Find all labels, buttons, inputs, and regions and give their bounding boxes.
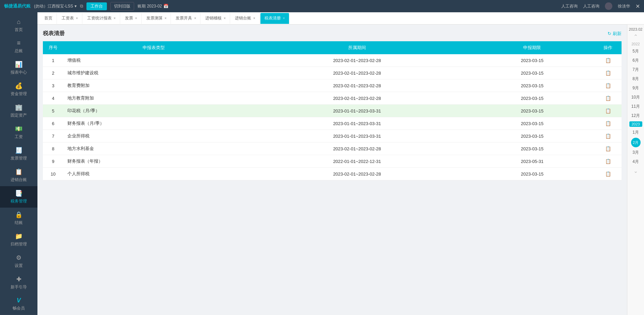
report-icon: 📊 [15,61,22,68]
action-icon[interactable]: 📋 [605,95,611,101]
switch-old-button[interactable]: 切到旧版 [110,2,134,11]
action-icon[interactable]: 📋 [605,146,611,151]
timeline-month-6[interactable]: 6月 [627,56,644,65]
tab-import-ledger[interactable]: 进销台账 × [231,13,260,24]
timeline-month-7[interactable]: 7月 [627,65,644,74]
period-display: 账期 2023-02 📅 [138,3,168,9]
content-area: 首页 工资表 × 工资统计报表 × 发票 × 发票测算 × 发票开具 × [37,12,644,315]
refresh-icon: ↻ [608,31,611,36]
tab-invoice-close[interactable]: × [135,16,137,20]
timeline-month-8[interactable]: 8月 [627,74,644,84]
tab-import-check[interactable]: 进销稽核 × [201,13,230,24]
table-row: 6 财务报表（月/季） 2023-01-01~2023-03-31 2023-0… [43,117,622,130]
sidebar-item-tax[interactable]: 📑 税务管理 [0,186,37,208]
timeline-month-5[interactable]: 5月 [627,47,644,56]
tab-home[interactable]: 首页 [40,13,57,24]
cell-action[interactable]: 📋 [594,105,622,117]
sidebar-item-label: 资金管理 [11,91,27,97]
action-icon[interactable]: 📋 [605,121,611,126]
cell-type: 地方水利基金 [63,142,244,155]
fixed-assets-icon: 🏢 [15,104,22,111]
action-icon[interactable]: 📋 [605,70,611,76]
page-title: 税表清册 [43,30,65,37]
ai-consult-link[interactable]: 人工咨询 [561,3,578,9]
tab-salary-stats[interactable]: 工资统计报表 × [83,13,120,24]
company-selector[interactable]: (勿动）江西报宝-LSS ▾ [34,3,77,9]
sidebar-item-ledger[interactable]: ≡ 总账 [0,36,37,57]
action-icon[interactable]: 📋 [605,83,611,88]
cell-action[interactable]: 📋 [594,92,622,105]
cell-deadline: 2023-03-15 [470,54,594,67]
window-close-button[interactable]: ✕ [635,3,640,10]
tab-salary-stats-close[interactable]: × [114,16,116,20]
company-dropdown-icon[interactable]: ▾ [75,4,77,9]
timeline-down-button[interactable]: ⌄ [632,166,639,176]
tab-invoice-calc-close[interactable]: × [165,16,167,20]
calendar-icon[interactable]: 📅 [163,4,168,9]
sidebar-item-fund[interactable]: 💰 资金管理 [0,79,37,100]
cell-type: 印花税（月/季） [63,105,244,117]
sidebar-item-home[interactable]: ⌂ 首页 [0,15,37,36]
tab-tax-register-close[interactable]: × [283,16,285,20]
timeline-prev-year-label[interactable]: 2022 [631,41,640,47]
ai-consult-label[interactable]: 人工咨询 [583,3,599,9]
tab-import-ledger-close[interactable]: × [253,16,255,20]
cell-action[interactable]: 📋 [594,168,622,180]
tab-invoice-open[interactable]: 发票开具 × [172,13,200,24]
cell-action[interactable]: 📋 [594,79,622,92]
tab-invoice-calc[interactable]: 发票测算 × [142,13,171,24]
timeline-month-mar[interactable]: 3月 [627,148,644,157]
timeline-month-jan[interactable]: 1月 [627,128,644,137]
workbench-button[interactable]: 工作台 [86,2,107,10]
cell-action[interactable]: 📋 [594,117,622,130]
sidebar-item-member[interactable]: V 畅会员 [0,294,37,315]
timeline-month-apr[interactable]: 4月 [627,157,644,166]
home-icon: ⌂ [17,18,21,26]
page-content: 税表清册 ↻ 刷新 序号 申报表类型 所属期间 申报期限 操作 [37,25,627,315]
tab-home-label: 首页 [44,15,52,21]
action-icon[interactable]: 📋 [605,58,611,63]
timeline-month-10[interactable]: 10月 [627,93,644,102]
tab-salary-table-close[interactable]: × [76,16,78,20]
sidebar-item-archive[interactable]: 📁 归档管理 [0,229,37,251]
timeline-month-feb-active[interactable]: 2月 [631,138,641,147]
cell-action[interactable]: 📋 [594,155,622,168]
action-icon[interactable]: 📋 [605,159,611,164]
timeline-month-12[interactable]: 12月 [627,111,644,120]
sidebar-item-fixed-assets[interactable]: 🏢 固定资产 [0,100,37,122]
action-icon[interactable]: 📋 [605,133,611,139]
sidebar-item-report[interactable]: 📊 报表中心 [0,57,37,79]
sidebar-item-label: 首页 [15,27,23,33]
table-row: 1 增值税 2023-02-01~2023-02-28 2023-03-15 📋 [43,54,622,67]
cell-no: 3 [43,79,63,92]
sidebar-item-closing[interactable]: 🔒 结账 [0,208,37,229]
sidebar-item-guide[interactable]: ✚ 新手引导 [0,272,37,294]
sidebar-item-settings[interactable]: ⚙ 设置 [0,251,37,272]
cell-action[interactable]: 📋 [594,67,622,79]
col-header-action: 操作 [594,41,622,54]
timeline-month-11[interactable]: 11月 [627,102,644,111]
action-icon[interactable]: 📋 [605,108,611,114]
copy-icon[interactable]: ⧉ [80,3,83,9]
cell-action[interactable]: 📋 [594,54,622,67]
refresh-button[interactable]: ↻ 刷新 [608,31,622,37]
cell-period: 2023-01-01~2023-03-31 [244,117,470,130]
tab-import-check-close[interactable]: × [224,16,226,20]
timeline-current-year[interactable]: 2023 [629,121,642,127]
cell-action[interactable]: 📋 [594,130,622,142]
fund-icon: 💰 [15,82,22,90]
tab-salary-table[interactable]: 工资表 × [58,13,82,24]
tab-invoice-open-close[interactable]: × [194,16,196,20]
tab-tax-register[interactable]: 税表清册 × [260,13,289,24]
timeline-up-button[interactable]: ⌃ [632,32,639,41]
tab-invoice[interactable]: 发票 × [121,13,142,24]
sidebar-item-label: 工资 [15,134,23,140]
sidebar-item-import-export[interactable]: 📋 进销台账 [0,165,37,186]
action-icon[interactable]: 📋 [605,171,611,177]
cell-no: 8 [43,142,63,155]
cell-action[interactable]: 📋 [594,142,622,155]
tab-invoice-open-label: 发票开具 [176,15,192,21]
sidebar-item-invoice-mgmt[interactable]: 🧾 发票管理 [0,143,37,165]
sidebar-item-salary[interactable]: 💵 工资 [0,122,37,143]
timeline-month-9[interactable]: 9月 [627,84,644,93]
